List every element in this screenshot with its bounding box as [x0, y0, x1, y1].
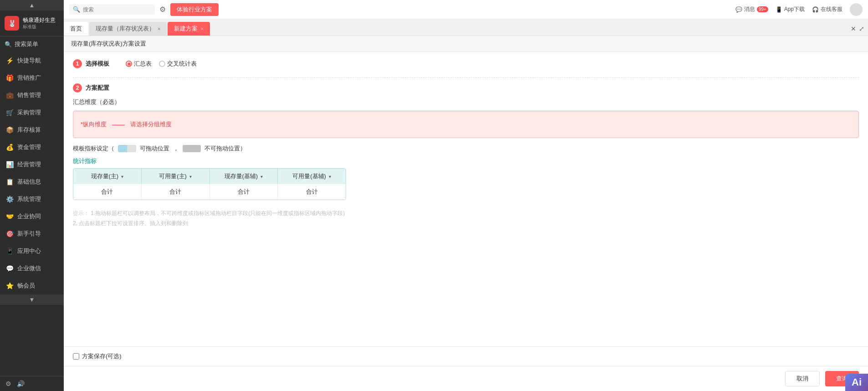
stats-table-header: 现存量(主) ▾ 可用量(主) ▾ 现存量(基辅) ▾ 可用量(基辅) [73, 169, 346, 184]
search-box-icon: 🔍 [73, 6, 80, 13]
message-badge: 99+ [757, 6, 768, 12]
header-right: 💬 消息 99+ 📱 App下载 🎧 在线客服 [735, 3, 863, 16]
radio-summary[interactable]: 汇总表 [126, 60, 152, 68]
chevron-down-icon-2: ▾ [260, 174, 263, 179]
headset-icon: 🎧 [812, 6, 819, 13]
weixin-icon: 💬 [5, 264, 14, 273]
fixed-badge [183, 145, 201, 152]
app-logo-icon: 🐰 [5, 16, 19, 31]
sidebar-item-member[interactable]: ⭐ 畅会员 [0, 277, 64, 294]
quick-nav-icon: ⚡ [5, 57, 14, 65]
col-header-available-main[interactable]: 可用量(主) ▾ [142, 169, 210, 184]
search-box[interactable]: 🔍 [69, 4, 155, 15]
sidebar-item-operations[interactable]: 📊 经营管理 [0, 156, 64, 173]
app-download-label: App下载 [784, 5, 805, 13]
sidebar-item-inventory[interactable]: 📦 库存核算 [0, 121, 64, 139]
col-header-current-aux[interactable]: 现存量(基辅) ▾ [210, 169, 278, 184]
sidebar-logo: 🐰 畅康通好生意 标准版 [0, 10, 64, 36]
scheme-body: 1 选择模板 汇总表 交叉统计表 [64, 52, 868, 346]
col-header-available-aux[interactable]: 可用量(基辅) ▾ [278, 169, 346, 184]
marketing-icon: 🎁 [5, 74, 14, 82]
sidebar-item-quick-nav[interactable]: ⚡ 快捷导航 [0, 52, 64, 69]
sales-icon: 💼 [5, 91, 14, 99]
save-option-row: 方案保存(可选) [64, 346, 868, 366]
search-input[interactable] [83, 6, 151, 13]
tips-section: 提示： 1.拖动标题栏可以调整布局，不可跨维度或指标区域拖动栏目字段(只能在同一… [73, 209, 859, 228]
trial-button[interactable]: 体验行业方案 [170, 3, 219, 16]
top-header: 🔍 ⚙ 体验行业方案 💬 消息 99+ 📱 App下载 🎧 在线客服 [64, 0, 868, 19]
app-download-button[interactable]: 📱 App下载 [776, 5, 805, 13]
message-label: 消息 [744, 5, 755, 13]
tab-close-all-icon[interactable]: ✕ [851, 25, 856, 32]
cell-current-aux-subtotal: 合计 [210, 184, 278, 200]
online-support-button[interactable]: 🎧 在线客服 [812, 5, 842, 13]
message-button[interactable]: 💬 消息 99+ [735, 5, 768, 13]
tab-inventory-status[interactable]: 现存量（库存状况表） × [89, 22, 167, 36]
search-icon: 🔍 [5, 41, 12, 48]
sidebar-scroll-down[interactable]: ▼ [0, 294, 64, 305]
radio-summary-circle [126, 61, 132, 67]
ai-badge[interactable]: Ai [845, 374, 868, 391]
sidebar-item-weixin[interactable]: 💬 企业微信 [0, 260, 64, 277]
sidebar-item-enterprise[interactable]: 🤝 企业协同 [0, 208, 64, 225]
radio-cross[interactable]: 交叉统计表 [159, 60, 197, 68]
speaker-bottom-icon[interactable]: 🔊 [17, 380, 25, 387]
sidebar-item-newbie[interactable]: 🎯 新手引导 [0, 225, 64, 242]
dimension-required-label: *纵向维度 [81, 120, 107, 129]
sidebar: ▲ 🐰 畅康通好生意 标准版 🔍 搜索菜单 ⚡ 快捷导航 🎁 营销推广 💼 销售… [0, 0, 64, 391]
dimension-arrow: —— [112, 121, 125, 128]
sidebar-item-sales[interactable]: 💼 销售管理 [0, 87, 64, 104]
member-icon: ⭐ [5, 282, 14, 290]
newbie-icon: 🎯 [5, 230, 14, 238]
chevron-down-icon-0: ▾ [121, 174, 123, 179]
cancel-button[interactable]: 取消 [785, 371, 820, 386]
sidebar-item-app-center[interactable]: 📱 应用中心 [0, 242, 64, 260]
sidebar-item-search[interactable]: 🔍 搜索菜单 [0, 36, 64, 52]
step2-title: 方案配置 [86, 84, 109, 92]
chevron-down-icon-3: ▾ [329, 174, 331, 179]
cell-available-main-subtotal: 合计 [142, 184, 210, 200]
purchase-icon: 🛒 [5, 108, 14, 117]
settings-bottom-icon[interactable]: ⚙ [5, 380, 11, 387]
app-logo-text: 畅康通好生意 标准版 [23, 17, 56, 30]
summary-dimension-label: 汇总维度（必选） [73, 98, 859, 106]
message-icon: 💬 [735, 6, 742, 13]
gear-button[interactable]: ⚙ [159, 5, 166, 14]
operations-icon: 📊 [5, 160, 14, 169]
tab-new-scheme[interactable]: 新建方案 × [168, 22, 209, 36]
draggable-badge [118, 145, 136, 152]
inventory-status-tab-close[interactable]: × [158, 26, 160, 31]
tab-expand-icon[interactable]: ⤢ [859, 25, 864, 32]
template-radio-group: 汇总表 交叉统计表 [126, 60, 197, 68]
step1-number: 1 [73, 59, 82, 68]
sidebar-item-finance[interactable]: 💰 资金管理 [0, 139, 64, 156]
home-tab-label: 首页 [70, 25, 82, 33]
sidebar-bottom: ⚙ 🔊 [0, 376, 64, 391]
new-scheme-tab-label: 新建方案 [174, 25, 198, 33]
tab-home[interactable]: 首页 [64, 22, 88, 36]
sidebar-scroll-up[interactable]: ▲ [0, 0, 64, 10]
inventory-icon: 📦 [5, 126, 14, 134]
sidebar-item-marketing[interactable]: 🎁 营销推广 [0, 69, 64, 87]
stats-table: 现存量(主) ▾ 可用量(主) ▾ 现存量(基辅) ▾ 可用量(基辅) [73, 168, 346, 200]
save-checkbox[interactable] [73, 353, 79, 360]
main-area: 🔍 ⚙ 体验行业方案 💬 消息 99+ 📱 App下载 🎧 在线客服 首页 [64, 0, 868, 391]
new-scheme-tab-close[interactable]: × [200, 26, 203, 31]
online-support-label: 在线客服 [821, 5, 842, 13]
col-header-current-main[interactable]: 现存量(主) ▾ [73, 169, 142, 184]
sidebar-item-purchase[interactable]: 🛒 采购管理 [0, 104, 64, 121]
content-area: 现存量(库存状况表)方案设置 1 选择模板 汇总表 交叉统计表 [64, 36, 868, 391]
radio-cross-circle [159, 61, 165, 67]
sidebar-item-basic-info[interactable]: 📋 基础信息 [0, 173, 64, 190]
user-avatar[interactable] [850, 3, 863, 16]
sidebar-item-system[interactable]: ⚙️ 系统管理 [0, 190, 64, 208]
dimension-box[interactable]: *纵向维度 —— 请选择分组维度 [73, 111, 859, 138]
enterprise-icon: 🤝 [5, 212, 14, 221]
inventory-status-tab-label: 现存量（库存状况表） [96, 25, 155, 33]
step1-header: 1 选择模板 汇总表 交叉统计表 [73, 59, 859, 68]
dimension-placeholder: 请选择分组维度 [130, 120, 172, 129]
basic-info-icon: 📋 [5, 178, 14, 186]
tab-bar-actions: ✕ ⤢ [851, 22, 868, 36]
stats-section-title: 统计指标 [73, 157, 859, 165]
finance-icon: 💰 [5, 143, 14, 151]
